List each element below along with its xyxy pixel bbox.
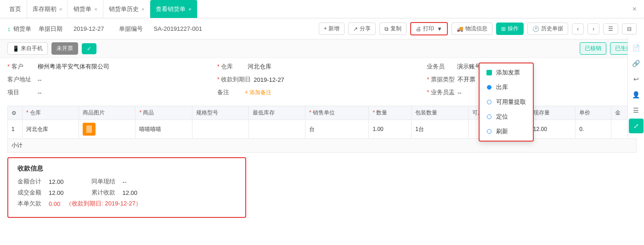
tab-close-sales-order[interactable]: ×: [94, 6, 97, 12]
note-field: 备注 添加备注: [217, 88, 427, 97]
history-button[interactable]: 🕐 历史单据: [527, 23, 568, 35]
ticket-value[interactable]: 不开票: [458, 75, 475, 84]
from-phone-button[interactable]: 📱 来自手机: [7, 42, 48, 55]
warehouse-value[interactable]: 河北仓库: [248, 63, 271, 71]
new-button[interactable]: + 新增: [319, 23, 345, 35]
list-view-button[interactable]: ☰: [603, 23, 618, 34]
add-invoice-icon: [486, 69, 492, 76]
tab-sales-order[interactable]: 销货单 ×: [68, 0, 103, 18]
cumulative-payment-item: 累计收款 12.00: [91, 188, 138, 197]
th-unit-price: 单价: [576, 106, 611, 120]
cell-pack-qty: 1台: [412, 120, 468, 139]
share-button[interactable]: ↗ 分享: [348, 23, 376, 35]
th-pack-qty: 包装数量: [412, 106, 468, 120]
add-invoice-item[interactable]: 添加发票: [480, 65, 533, 80]
refresh-icon: [486, 128, 492, 135]
tab-sales-history[interactable]: 销货单历史 ×: [103, 0, 150, 18]
phone-icon: 📱: [12, 46, 19, 52]
note-label: 备注: [217, 88, 245, 97]
cumulative-payment-label: 累计收款: [91, 188, 119, 197]
doc-type-label: 销货单: [13, 25, 31, 33]
date-value: 2019-12-27: [73, 25, 104, 32]
address-value[interactable]: --: [38, 76, 42, 83]
subtotal-row: 小计: [8, 139, 637, 153]
grid-icon: ⊞: [501, 26, 506, 32]
balance-suffix: （收款到期日: 2019-12-27）: [66, 199, 141, 208]
sidebar-icon-back[interactable]: ↩: [629, 72, 644, 86]
status-sold-button[interactable]: 已核销: [580, 42, 606, 55]
customer-label: 客户: [7, 63, 35, 71]
balance-label: 本单欠款: [17, 199, 45, 208]
doc-type-icon: ↕: [7, 25, 11, 33]
summary-row-3: 本单欠款 0.00 （收款到期日: 2019-12-27）: [17, 199, 236, 208]
customer-field: 客户 柳州粤港平安气体有限公司: [7, 63, 217, 71]
copy-button[interactable]: ⧉ 复制: [379, 23, 407, 35]
th-spec: 规格型号: [192, 106, 249, 120]
cell-min-stock: [249, 120, 305, 139]
cell-stock: 12.00: [529, 120, 575, 139]
deal-amount-label: 成交金额: [17, 188, 45, 197]
cell-product-img: [79, 120, 136, 139]
tab-view-sales[interactable]: 查看销货单 ×: [150, 0, 197, 18]
not-open-button[interactable]: 未开票: [51, 42, 78, 55]
share-icon: ↗: [353, 26, 358, 32]
doc-meta: 单据日期 2019-12-27 单据编号 SA-20191227-001: [39, 25, 202, 33]
address-label: 客户地址: [7, 75, 35, 84]
tab-close-inventory-init[interactable]: ×: [59, 6, 62, 12]
number-label: 单据编号: [119, 25, 143, 33]
refresh-item[interactable]: 刷新: [480, 124, 533, 139]
summary-row-2: 成交金额 12.00 累计收款 12.00: [17, 188, 236, 197]
salesperson-value[interactable]: --: [458, 89, 462, 96]
add-note-button[interactable]: 添加备注: [245, 89, 271, 97]
payment-date-value[interactable]: 2019-12-27: [254, 76, 284, 83]
form-section: 客户 柳州粤港平安气体有限公司 仓库 河北仓库 业务员 演示账号 客户地址 --: [0, 58, 644, 106]
confirm-button[interactable]: ✓: [82, 43, 96, 54]
cell-spec: [192, 120, 249, 139]
tab-close-sales-history[interactable]: ×: [141, 6, 144, 12]
cumulative-payment-value: 12.00: [123, 189, 138, 196]
available-qty-icon: [486, 99, 492, 105]
sidebar-icon-link[interactable]: 🔗: [629, 56, 644, 71]
truck-icon: 🚚: [457, 26, 463, 32]
locate-icon: [486, 114, 492, 120]
sidebar-icon-menu[interactable]: ☰: [629, 103, 644, 118]
cell-quantity: 1.00: [369, 120, 412, 139]
sidebar-icon-expand[interactable]: ⤢: [629, 119, 644, 133]
form-row-1: 客户 柳州粤港平安气体有限公司 仓库 河北仓库 业务员 演示账号: [7, 63, 637, 71]
table-row: 1 河北仓库 嘻嘻嘻嘻 台 1.00 1台 12.00 0.: [8, 120, 637, 139]
main-content: ↕ 销货单 单据日期 2019-12-27 单据编号 SA-20191227-0…: [0, 18, 644, 245]
outbound-item[interactable]: 出库: [480, 80, 533, 95]
print-button[interactable]: 🖨 打印 ▼: [410, 22, 448, 35]
deal-amount-value: 12.00: [49, 189, 64, 196]
print-dropdown-icon: ▼: [437, 26, 442, 32]
staff-label: 业务员: [427, 63, 454, 71]
logistics-button[interactable]: 🚚 物流信息: [452, 23, 492, 35]
project-label: 项目: [7, 88, 35, 97]
customer-value[interactable]: 柳州粤港平安气体有限公司: [38, 63, 109, 71]
balance-value: 0.00: [49, 200, 60, 207]
warehouse-field: 仓库 河北仓库: [217, 63, 427, 71]
operations-button[interactable]: ⊞ 操作: [496, 23, 524, 35]
sidebar-icon-user[interactable]: 👤: [629, 87, 644, 102]
tab-home[interactable]: 首页: [4, 0, 27, 18]
check-icon: ✓: [87, 46, 91, 52]
deal-amount-item: 成交金额 12.00: [17, 188, 64, 197]
cell-warehouse: 河北仓库: [23, 120, 79, 139]
project-value[interactable]: --: [38, 89, 42, 96]
tab-close-view-sales[interactable]: ×: [188, 6, 191, 12]
available-qty-item[interactable]: 可用量提取: [480, 95, 533, 109]
next-record-button[interactable]: ›: [588, 23, 599, 34]
history-icon: 🕐: [532, 26, 539, 32]
doc-title: ↕ 销货单: [7, 25, 31, 33]
prev-record-button[interactable]: ‹: [572, 23, 584, 34]
tab-bar-close[interactable]: ×: [629, 5, 640, 13]
th-product-img: 商品图片: [79, 106, 136, 120]
print-icon: 🖨: [416, 26, 421, 32]
doc-actions: + 新增 ↗ 分享 ⧉ 复制 🖨 打印 ▼ 🚚 物流信息: [319, 22, 637, 35]
sidebar-icon-doc[interactable]: 📄: [629, 40, 644, 55]
tab-inventory-init[interactable]: 库存期初 ×: [27, 0, 68, 18]
locate-item[interactable]: 定位: [480, 109, 533, 124]
th-settings[interactable]: ⚙: [8, 106, 23, 120]
operations-dropdown: 添加发票 出库 可用量提取 定位 刷新: [479, 63, 534, 142]
detail-view-button[interactable]: ⊟: [622, 23, 637, 34]
